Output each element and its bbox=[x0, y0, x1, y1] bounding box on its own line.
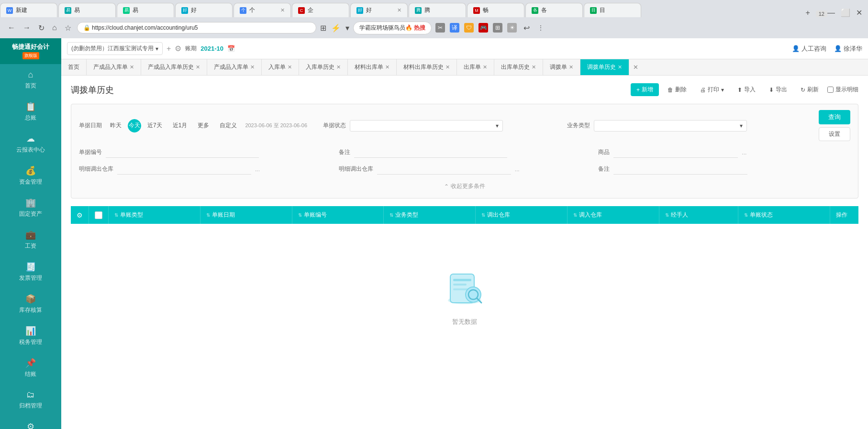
new-tab-button[interactable]: + bbox=[801, 9, 813, 17]
browser-tab-10[interactable]: 目目 bbox=[584, 3, 641, 17]
browser-tab-4[interactable]: 个个✕ bbox=[234, 3, 291, 17]
sort-icon-in[interactable]: ⇅ bbox=[573, 212, 577, 218]
forward-button[interactable]: → bbox=[21, 22, 33, 34]
date-btn-3[interactable]: 近1月 bbox=[168, 120, 192, 132]
goods-input[interactable] bbox=[613, 147, 738, 158]
bookmark-button[interactable]: ☆ bbox=[63, 22, 73, 34]
display-checkbox[interactable] bbox=[827, 87, 834, 93]
menu-icon[interactable]: ⋮ bbox=[536, 23, 545, 33]
browser-tab-9[interactable]: 各各 bbox=[525, 3, 583, 17]
browser-tab-close-6[interactable]: ✕ bbox=[397, 7, 401, 13]
query-btn[interactable]: 查询 bbox=[819, 110, 850, 124]
sort-icon-out[interactable]: ⇅ bbox=[481, 212, 485, 218]
user-service-btn[interactable]: 👤 人工咨询 bbox=[792, 44, 826, 53]
table-checkbox-header[interactable] bbox=[89, 206, 109, 224]
table-settings-header[interactable]: ⚙ bbox=[71, 206, 89, 224]
page-tab-transfer-history[interactable]: 调拨单历史✕ bbox=[580, 59, 629, 75]
sidebar-item-salary[interactable]: 💼 工资 bbox=[0, 224, 61, 256]
header-settings-icon[interactable]: ⚙ bbox=[175, 44, 181, 53]
browser-tab-8[interactable]: M畅 bbox=[467, 3, 524, 17]
grid-icon[interactable]: ⊞ bbox=[493, 23, 502, 33]
sidebar-item-closing[interactable]: 📌 结账 bbox=[0, 352, 61, 384]
company-selector[interactable]: (勿删勿禁用）江西服宝测试专用 ▾ bbox=[67, 42, 163, 55]
sort-icon-type[interactable]: ⇅ bbox=[114, 212, 118, 218]
page-tab-product-in-history[interactable]: 产成品入库单历史✕ bbox=[141, 59, 207, 75]
maximize-icon[interactable]: ⬜ bbox=[841, 8, 850, 17]
page-tab-product-in[interactable]: 产成品入库单✕ bbox=[87, 59, 141, 75]
date-btn-2[interactable]: 近7天 bbox=[143, 120, 167, 132]
page-tab-in-history[interactable]: 入库单历史✕ bbox=[299, 59, 348, 75]
remarks2-input[interactable] bbox=[613, 164, 747, 175]
page-tab-home[interactable]: 首页 bbox=[61, 59, 87, 75]
browser-tab-close-4[interactable]: ✕ bbox=[280, 7, 285, 13]
sort-icon-no[interactable]: ⇅ bbox=[298, 212, 302, 218]
sun-icon[interactable]: ☀ bbox=[507, 23, 517, 33]
browser-tab-2[interactable]: 易易 bbox=[117, 3, 174, 17]
date-btn-4[interactable]: 更多 bbox=[193, 120, 213, 132]
scissors-icon[interactable]: ✂ bbox=[435, 23, 445, 33]
sort-icon-operator[interactable]: ⇅ bbox=[665, 212, 669, 218]
page-tab-material-out[interactable]: 材料出库单✕ bbox=[348, 59, 397, 75]
page-tab-close-transfer[interactable]: ✕ bbox=[569, 64, 573, 70]
back-button[interactable]: ← bbox=[6, 22, 17, 34]
business-type-select[interactable]: ▾ bbox=[594, 120, 747, 132]
search-box[interactable]: 学霸应聘场驱鸟员 🔥 热搜 bbox=[353, 22, 432, 34]
sort-icon-date[interactable]: ⇅ bbox=[206, 212, 210, 218]
browser-tab-0[interactable]: W新建 bbox=[0, 3, 57, 17]
collapse-btn[interactable]: ⌃ 收起更多条件 bbox=[79, 180, 850, 192]
sidebar-item-settings[interactable]: ⚙ 基础设置 bbox=[0, 416, 61, 429]
date-btn-1[interactable]: 今天 bbox=[128, 119, 141, 132]
minimize-icon[interactable]: — bbox=[827, 9, 835, 17]
browser-tab-7[interactable]: 腾腾 bbox=[409, 3, 466, 17]
dropdown-icon[interactable]: ▾ bbox=[345, 23, 349, 33]
sidebar-item-archive[interactable]: 🗂 归档管理 bbox=[0, 384, 61, 416]
undo-icon[interactable]: ↩ bbox=[522, 23, 531, 33]
browser-tab-3[interactable]: 好好 bbox=[175, 3, 233, 17]
page-tab-close-out-history[interactable]: ✕ bbox=[532, 64, 536, 70]
new-btn[interactable]: + 新增 bbox=[631, 83, 659, 96]
status-select[interactable]: ▾ bbox=[350, 120, 503, 132]
page-tab-out-order[interactable]: 出库单✕ bbox=[457, 59, 494, 75]
sidebar-item-tax[interactable]: 📊 税务管理 bbox=[0, 320, 61, 352]
sort-icon-business[interactable]: ⇅ bbox=[389, 212, 393, 218]
remarks-input[interactable] bbox=[354, 147, 507, 158]
add-company-btn[interactable]: + bbox=[167, 44, 171, 53]
detail-out-ellipsis[interactable]: ... bbox=[255, 166, 260, 173]
extensions-icon[interactable]: ⊞ bbox=[320, 23, 326, 33]
goods-ellipsis[interactable]: ... bbox=[742, 149, 746, 156]
page-tab-close-out-order[interactable]: ✕ bbox=[483, 64, 487, 70]
calendar-icon[interactable]: 📅 bbox=[227, 45, 235, 52]
home-button[interactable]: ⌂ bbox=[50, 22, 59, 34]
page-tab-close-material-out-history[interactable]: ✕ bbox=[445, 64, 450, 70]
page-tab-close-material-out[interactable]: ✕ bbox=[385, 64, 389, 70]
global-close-btn[interactable]: ✕ bbox=[629, 60, 642, 75]
sidebar-logo[interactable]: 畅捷通好会计 旗舰版 bbox=[0, 38, 61, 64]
page-tab-material-out-history[interactable]: 材料出库单历史✕ bbox=[397, 59, 457, 75]
order-no-input[interactable] bbox=[106, 147, 259, 158]
page-tab-transfer[interactable]: 调拨单✕ bbox=[543, 59, 580, 75]
sidebar-item-ledger[interactable]: 📋 总账 bbox=[0, 96, 61, 128]
sidebar-item-fixed-assets[interactable]: 🏢 固定资产 bbox=[0, 192, 61, 224]
period-value[interactable]: 2021-10 bbox=[200, 45, 223, 52]
date-btn-5[interactable]: 自定义 bbox=[215, 120, 241, 132]
display-toggle[interactable]: 显示明细 bbox=[827, 86, 858, 94]
page-tab-in-order[interactable]: 入库单✕ bbox=[262, 59, 299, 75]
sidebar-item-invoice[interactable]: 🧾 发票管理 bbox=[0, 256, 61, 288]
shield-icon[interactable]: 🛡 bbox=[464, 23, 474, 33]
print-btn[interactable]: 🖨 打印 ▾ bbox=[695, 83, 729, 96]
page-tab-product-in2[interactable]: 产成品入库单✕ bbox=[207, 59, 262, 75]
filter-settings-btn[interactable]: 设置 bbox=[819, 127, 850, 141]
browser-tab-1[interactable]: 易易 bbox=[58, 3, 116, 17]
page-tab-close-product-in-history[interactable]: ✕ bbox=[196, 64, 200, 70]
page-tab-close-in-history[interactable]: ✕ bbox=[336, 64, 341, 70]
browser-tab-5[interactable]: C企 bbox=[292, 3, 349, 17]
browser-tab-6[interactable]: 好好✕ bbox=[350, 3, 408, 17]
date-btn-0[interactable]: 昨天 bbox=[106, 120, 126, 132]
translate-icon[interactable]: 译 bbox=[450, 23, 459, 33]
address-input[interactable]: 🔒 https://cloud.chanjet.com/accounting/u… bbox=[77, 22, 316, 33]
sidebar-item-report[interactable]: ☁ 云报表中心 bbox=[0, 128, 61, 160]
lightning-icon[interactable]: ⚡ bbox=[331, 23, 341, 33]
page-tab-close-in-order[interactable]: ✕ bbox=[288, 64, 292, 70]
detail-out-input[interactable] bbox=[117, 164, 251, 175]
header-checkbox[interactable] bbox=[95, 211, 102, 219]
